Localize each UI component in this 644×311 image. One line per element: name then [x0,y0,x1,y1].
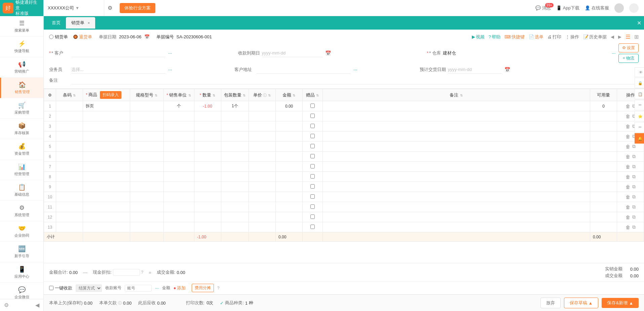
cell-gift[interactable] [303,111,323,121]
cell-product[interactable] [83,142,130,152]
save-new-button[interactable]: 保存&新增 ▲ [602,298,639,308]
scan-button[interactable]: 扫码录入 [100,91,121,99]
calc-method-select[interactable]: 结算方式 [76,284,102,292]
fee-help-icon[interactable]: ? [217,286,220,290]
cell-remark[interactable] [323,212,590,222]
cell-remark[interactable] [323,182,590,192]
cell-price[interactable] [249,142,276,152]
cell-amount[interactable] [276,202,303,212]
cell-price[interactable] [249,192,276,202]
sidebar-item-apps[interactable]: 📱 应用中心 [0,262,43,283]
cell-gift[interactable] [303,162,323,172]
salesperson-more-icon[interactable]: ··· [168,67,172,72]
cell-remark[interactable] [323,162,590,172]
cell-spec[interactable] [130,121,164,131]
float-btn-6[interactable]: ✏ [635,122,644,132]
copy-row-icon[interactable]: ⧉ [632,184,636,190]
cell-barcode[interactable] [56,212,83,222]
customer-input[interactable] [71,49,165,57]
cell-pack-qty[interactable] [221,152,249,162]
cell-spec[interactable] [130,142,164,152]
cell-gift[interactable] [303,192,323,202]
cash-discount-input[interactable] [113,269,140,276]
cell-pack-qty[interactable] [221,212,249,222]
cell-qty[interactable] [194,131,221,142]
cell-barcode[interactable] [56,121,83,131]
cell-barcode[interactable] [56,111,83,121]
cell-pack-qty[interactable] [221,121,249,131]
cell-pack-qty[interactable] [221,222,249,232]
cell-unit[interactable] [164,131,194,142]
cell-pack-qty[interactable] [221,111,249,121]
cell-pack-qty[interactable] [221,142,249,152]
cell-price[interactable] [249,172,276,182]
sidebar-item-operations[interactable]: 📊 经营管理 [0,160,43,180]
sort-qty-icon[interactable]: ⇅ [213,93,215,97]
sidebar-item-search[interactable]: ☰ 搜索菜单 [0,16,43,37]
cell-product[interactable] [83,222,130,232]
receipt-date-calendar-icon[interactable]: 📅 [325,50,331,56]
cell-barcode[interactable] [56,131,83,142]
header-gear-icon[interactable]: ⚙ [104,5,116,11]
cell-product[interactable] [83,212,130,222]
user-avatar2[interactable] [629,3,639,13]
cell-pack-qty[interactable] [221,202,249,212]
cell-amount[interactable] [276,142,303,152]
cell-unit[interactable] [164,121,194,131]
cell-spec[interactable] [130,131,164,142]
cell-qty[interactable] [194,111,221,121]
cell-product[interactable]: 拆页 [83,101,130,111]
cell-price[interactable] [249,131,276,142]
cell-spec[interactable] [130,202,164,212]
message-button[interactable]: 💬 消息 99+ [535,5,551,11]
cell-gift[interactable] [303,182,323,192]
delete-row-icon[interactable]: 🗑 [626,204,630,210]
receipt-date-input[interactable] [262,49,323,57]
cell-pack-qty[interactable]: 1个 [221,101,249,111]
cell-remark[interactable] [323,222,590,232]
shortcut-action-btn[interactable]: ⌨ 快捷键 [504,34,525,40]
page-prev-icon[interactable]: ◀ [611,34,614,39]
cell-barcode[interactable] [56,101,83,111]
account-input[interactable] [125,285,152,291]
cell-barcode[interactable] [56,222,83,232]
sidebar-collapse-icon[interactable]: ◀ [35,302,39,308]
trial-button[interactable]: 体验行业方案 [120,3,155,13]
delivery-date-input[interactable] [448,66,502,74]
cell-gift[interactable] [303,131,323,142]
cell-product[interactable] [83,172,130,182]
view-grid-icon[interactable]: ⊞ [634,34,639,40]
tab-sales-order[interactable]: 销货单 × [66,17,95,29]
tab-home[interactable]: 首页 [46,17,66,29]
delete-row-icon[interactable]: 🗑 [626,154,630,159]
salesperson-input[interactable] [71,66,165,74]
user-avatar[interactable] [614,3,624,13]
copy-row-icon[interactable]: ⧉ [632,204,636,210]
cell-unit[interactable] [164,212,194,222]
overdue-info-icon[interactable]: ⓘ [118,301,122,306]
cell-qty[interactable]: -1.00 [194,101,221,111]
cell-product[interactable] [83,202,130,212]
cell-barcode[interactable] [56,172,83,182]
cell-amount[interactable] [276,222,303,232]
one-click-checkbox[interactable] [49,286,53,290]
copy-row-icon[interactable]: ⧉ [632,194,636,200]
fee-split-button[interactable]: 费用分摊 [192,284,214,292]
cell-barcode[interactable] [56,142,83,152]
delete-row-icon[interactable]: 🗑 [626,164,630,169]
cell-price[interactable] [249,111,276,121]
delete-row-icon[interactable]: 🗑 [626,194,630,200]
cell-unit[interactable] [164,192,194,202]
cell-unit[interactable] [164,142,194,152]
video-action-btn[interactable]: ▶ 视频 [472,34,485,40]
sort-amount-icon[interactable]: ⇅ [293,93,295,97]
cell-spec[interactable] [130,101,164,111]
cell-price[interactable] [249,101,276,111]
delete-row-icon[interactable]: 🗑 [626,225,630,230]
cell-unit[interactable] [164,162,194,172]
cell-amount[interactable] [276,192,303,202]
cell-qty[interactable] [194,192,221,202]
cell-remark[interactable] [323,192,590,202]
copy-row-icon[interactable]: ⧉ [632,154,636,159]
cell-product[interactable] [83,162,130,172]
